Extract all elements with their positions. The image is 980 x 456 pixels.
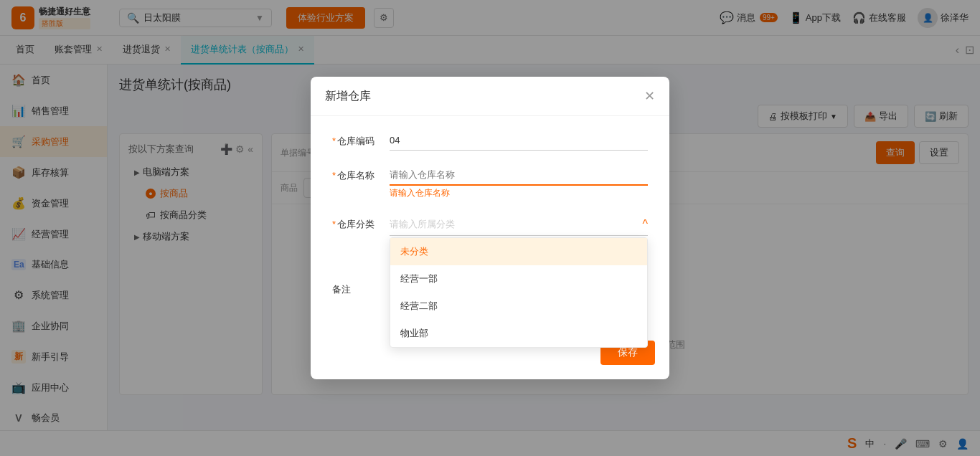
form-row-code: *仓库编码 bbox=[332, 130, 648, 151]
form-row-name: *仓库名称 请输入仓库名称 bbox=[332, 165, 648, 199]
dropdown-item-dept3[interactable]: 物业部 bbox=[390, 320, 647, 347]
add-warehouse-modal: 新增仓库 ✕ *仓库编码 *仓库名称 请输入仓库名称 bbox=[311, 77, 669, 379]
modal-overlay: 新增仓库 ✕ *仓库编码 *仓库名称 请输入仓库名称 bbox=[0, 0, 980, 456]
modal-header: 新增仓库 ✕ bbox=[311, 77, 669, 116]
dropdown-item-dept2[interactable]: 经营二部 bbox=[390, 293, 647, 320]
form-row-category: *仓库分类 请输入所属分类 ^ 未分类 经营一部 经营二部 物业部 bbox=[332, 214, 648, 236]
category-select-wrap: 请输入所属分类 ^ 未分类 经营一部 经营二部 物业部 bbox=[390, 214, 648, 236]
note-label: 备注 bbox=[332, 279, 390, 296]
modal-body: *仓库编码 *仓库名称 请输入仓库名称 *仓库分类 bbox=[311, 116, 669, 341]
category-dropdown: 未分类 经营一部 经营二部 物业部 bbox=[390, 237, 648, 348]
code-input[interactable] bbox=[390, 130, 648, 151]
category-label: *仓库分类 bbox=[332, 214, 390, 231]
name-error-msg: 请输入仓库名称 bbox=[390, 187, 648, 199]
dropdown-item-none[interactable]: 未分类 bbox=[390, 238, 647, 265]
name-input[interactable] bbox=[390, 165, 648, 186]
code-input-wrap bbox=[390, 130, 648, 151]
code-label: *仓库编码 bbox=[332, 130, 390, 148]
category-select[interactable]: 请输入所属分类 ^ bbox=[390, 214, 648, 236]
name-label: *仓库名称 bbox=[332, 165, 390, 182]
dropdown-item-dept1[interactable]: 经营一部 bbox=[390, 265, 647, 293]
category-arrow-icon: ^ bbox=[642, 218, 648, 231]
name-input-wrap: 请输入仓库名称 bbox=[390, 165, 648, 199]
modal-close-btn[interactable]: ✕ bbox=[644, 88, 655, 104]
